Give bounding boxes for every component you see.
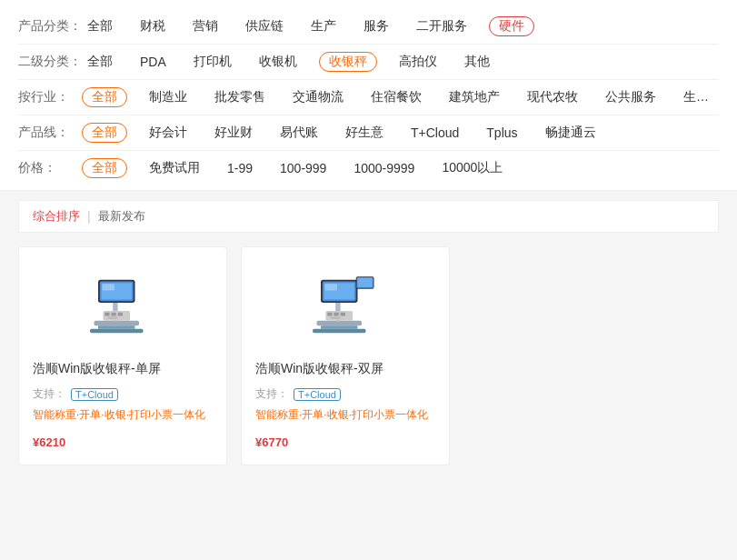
product-desc-1: 智能称重·开单·收银·打印小票一体化 xyxy=(33,407,213,423)
product-grid: 浩顺Win版收银秤-单屏 支持： T+Cloud 智能称重·开单·收银·打印小票… xyxy=(0,233,737,479)
line-smooth[interactable]: 畅捷通云 xyxy=(540,123,602,143)
svg-rect-12 xyxy=(108,316,118,319)
sub-printer[interactable]: 打印机 xyxy=(188,52,237,72)
line-all[interactable]: 全部 xyxy=(82,123,127,143)
cat-custom[interactable]: 二开服务 xyxy=(411,16,473,36)
line-good-accounting[interactable]: 好会计 xyxy=(144,123,193,143)
sort-latest[interactable]: 最新发布 xyxy=(98,208,145,225)
svg-rect-10 xyxy=(111,312,115,315)
cat-service[interactable]: 服务 xyxy=(358,16,394,36)
svg-rect-28 xyxy=(331,316,341,319)
sort-bar: 综合排序 | 最新发布 xyxy=(18,200,719,233)
price-all[interactable]: 全部 xyxy=(82,158,127,178)
pos-machine-icon-1 xyxy=(82,268,164,345)
price-100-999[interactable]: 100-999 xyxy=(274,159,332,177)
line-tplus[interactable]: Tplus xyxy=(481,124,523,142)
svg-rect-2 xyxy=(90,328,144,333)
product-name-1: 浩顺Win版收银秤-单屏 xyxy=(33,361,213,377)
product-line-row: 产品线： 全部 好会计 好业财 易代账 好生意 T+Cloud Tplus 畅捷… xyxy=(18,115,719,151)
product-category-items: 全部 财税 营销 供应链 生产 服务 二开服务 硬件 xyxy=(82,16,534,36)
svg-rect-26 xyxy=(334,312,338,315)
product-desc-2: 智能称重·开单·收银·打印小票一体化 xyxy=(255,407,435,423)
sub-category-items: 全部 PDA 打印机 收银机 收银秤 高拍仪 其他 xyxy=(82,52,495,72)
price-label: 价格： xyxy=(18,160,82,176)
price-free[interactable]: 免费试用 xyxy=(144,158,205,178)
price-num-2: 6770 xyxy=(262,435,288,449)
svg-rect-7 xyxy=(103,284,115,290)
sub-category-label: 二级分类： xyxy=(18,54,82,70)
ind-hotel[interactable]: 住宿餐饮 xyxy=(365,87,427,107)
product-card-1[interactable]: 浩顺Win版收银秤-单屏 支持： T+Cloud 智能称重·开单·收银·打印小票… xyxy=(18,246,227,465)
industry-row: 按行业： 全部 制造业 批发零售 交通物流 住宿餐饮 建筑地产 现代农牧 公共服… xyxy=(18,80,719,115)
sub-pda[interactable]: PDA xyxy=(134,53,172,71)
ind-manufacturing[interactable]: 制造业 xyxy=(144,87,193,107)
ind-all[interactable]: 全部 xyxy=(82,87,127,107)
ind-wholesale[interactable]: 批发零售 xyxy=(209,87,271,107)
svg-rect-11 xyxy=(118,312,123,315)
svg-rect-15 xyxy=(313,328,366,333)
sub-other[interactable]: 其他 xyxy=(459,52,495,72)
filter-section: 产品分类： 全部 财税 营销 供应链 生产 服务 二开服务 硬件 二级分类： 全… xyxy=(0,0,737,191)
cat-hardware[interactable]: 硬件 xyxy=(489,16,534,36)
product-support-2: 支持： T+Cloud xyxy=(255,386,435,402)
price-1000-9999[interactable]: 1000-9999 xyxy=(348,159,420,177)
sub-category-row: 二级分类： 全部 PDA 打印机 收银机 收银秤 高拍仪 其他 xyxy=(18,45,719,80)
support-tag-1: T+Cloud xyxy=(71,388,118,401)
sub-scale[interactable]: 收银秤 xyxy=(319,52,377,72)
product-category-row: 产品分类： 全部 财税 营销 供应链 生产 服务 二开服务 硬件 xyxy=(18,9,719,45)
cat-tax[interactable]: 财税 xyxy=(134,16,171,36)
svg-rect-1 xyxy=(98,325,135,329)
cat-marketing[interactable]: 营销 xyxy=(187,16,224,36)
cat-all[interactable]: 全部 xyxy=(82,16,118,36)
product-name-2: 浩顺Win版收银秤-双屏 xyxy=(255,361,435,377)
product-line-items: 全部 好会计 好业财 易代账 好生意 T+Cloud Tplus 畅捷通云 xyxy=(82,123,602,143)
support-label-1: 支持： xyxy=(33,386,65,402)
price-items: 全部 免费试用 1-99 100-999 1000-9999 10000以上 xyxy=(82,158,508,178)
line-good-business[interactable]: 好生意 xyxy=(340,123,389,143)
product-price-1: ¥6210 xyxy=(33,430,213,451)
svg-rect-25 xyxy=(327,312,332,315)
line-easy-account[interactable]: 易代账 xyxy=(274,123,324,143)
svg-rect-23 xyxy=(358,278,373,287)
cat-production[interactable]: 生产 xyxy=(305,16,342,36)
sort-divider: | xyxy=(87,209,91,224)
support-label-2: 支持： xyxy=(255,386,288,402)
product-image-1 xyxy=(33,265,213,347)
price-row: 价格： 全部 免费试用 1-99 100-999 1000-9999 10000… xyxy=(18,151,719,185)
product-line-label: 产品线： xyxy=(18,125,82,141)
ind-agri[interactable]: 现代农牧 xyxy=(522,87,583,107)
price-num-1: 6210 xyxy=(39,435,65,449)
ind-transport[interactable]: 交通物流 xyxy=(287,87,349,107)
cat-supply[interactable]: 供应链 xyxy=(240,16,289,36)
svg-rect-14 xyxy=(321,325,358,329)
product-support-1: 支持： T+Cloud xyxy=(33,386,213,402)
support-tag-2: T+Cloud xyxy=(294,388,341,401)
pos-machine-icon-2 xyxy=(304,268,386,345)
price-1-99[interactable]: 1-99 xyxy=(222,159,258,177)
industry-items: 全部 制造业 批发零售 交通物流 住宿餐饮 建筑地产 现代农牧 公共服务 生… xyxy=(82,87,714,107)
sort-comprehensive[interactable]: 综合排序 xyxy=(33,208,80,225)
ind-more[interactable]: 生… xyxy=(678,87,714,107)
sub-cashier[interactable]: 收银机 xyxy=(254,52,303,72)
sub-all[interactable]: 全部 xyxy=(82,52,118,72)
svg-rect-9 xyxy=(105,312,109,315)
product-category-label: 产品分类： xyxy=(18,18,82,35)
line-good-finance[interactable]: 好业财 xyxy=(209,123,258,143)
line-tcloud[interactable]: T+Cloud xyxy=(405,124,464,142)
price-10000plus[interactable]: 10000以上 xyxy=(436,158,508,178)
product-price-2: ¥6770 xyxy=(255,430,435,451)
ind-estate[interactable]: 建筑地产 xyxy=(443,87,505,107)
ind-public[interactable]: 公共服务 xyxy=(600,87,662,107)
svg-rect-20 xyxy=(325,284,338,290)
industry-label: 按行业： xyxy=(18,89,82,105)
product-image-2 xyxy=(255,265,435,347)
product-card-2[interactable]: 浩顺Win版收银秤-双屏 支持： T+Cloud 智能称重·开单·收银·打印小票… xyxy=(241,246,450,465)
svg-rect-27 xyxy=(341,312,345,315)
sub-highcam[interactable]: 高拍仪 xyxy=(393,52,443,72)
